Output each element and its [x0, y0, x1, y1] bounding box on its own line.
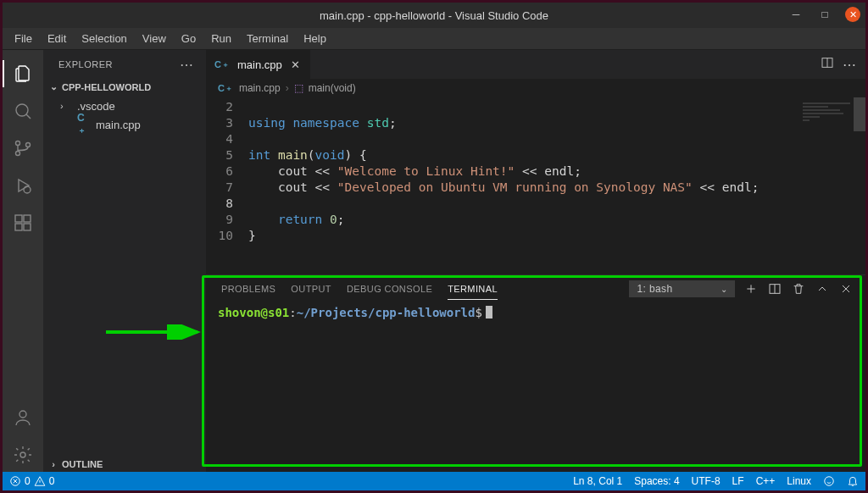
symbol-icon: ⬚	[294, 82, 303, 94]
code-line[interactable]: 7 cout << "Developed on Ubuntu VM runnin…	[206, 180, 798, 196]
activity-search[interactable]	[3, 94, 43, 128]
panel-tab-output[interactable]: OUTPUT	[291, 279, 331, 299]
terminal[interactable]: shovon@s01:~/Projects/cpp-helloworld$	[206, 302, 865, 472]
panel-tab-debug-console[interactable]: DEBUG CONSOLE	[347, 279, 432, 299]
kill-terminal-button[interactable]	[791, 281, 806, 296]
code-line[interactable]: 2	[206, 99, 798, 115]
status-indent[interactable]: Spaces: 4	[634, 475, 679, 487]
terminal-user: shovon@s01	[218, 306, 289, 319]
warning-icon	[34, 475, 46, 487]
svg-point-3	[26, 143, 31, 147]
tree-file-main-cpp[interactable]: C﹢ main.cpp	[50, 115, 206, 134]
chevron-down-icon: ⌄	[48, 81, 58, 92]
activity-account[interactable]	[3, 401, 43, 435]
code-line[interactable]: 3using namespace std;	[206, 115, 798, 131]
status-cursor-position[interactable]: Ln 8, Col 1	[573, 475, 622, 487]
menu-run[interactable]: Run	[204, 30, 238, 47]
editor-area: 23using namespace std;45int main(void) {…	[206, 97, 865, 274]
play-icon	[13, 175, 33, 196]
activity-explorer[interactable]	[3, 57, 43, 91]
code-line[interactable]: 10}	[206, 228, 798, 244]
code-line[interactable]: 4	[206, 131, 798, 147]
project-header[interactable]: ⌄ CPP-HELLOWORLD	[43, 79, 206, 95]
minimap[interactable]	[798, 97, 865, 274]
cpp-file-icon: C﹢	[77, 118, 91, 131]
tab-main-cpp[interactable]: C﹢ main.cpp ✕	[206, 50, 311, 79]
svg-rect-6	[15, 224, 22, 230]
vscode-window: main.cpp - cpp-helloworld - Visual Studi…	[0, 0, 868, 493]
maximize-panel-button[interactable]	[815, 281, 830, 296]
panel-tab-problems[interactable]: PROBLEMS	[221, 279, 275, 299]
menu-go[interactable]: Go	[175, 30, 203, 47]
code-line[interactable]: 9 return 0;	[206, 212, 798, 228]
workbench: EXPLORER ⋯ ⌄ CPP-HELLOWORLD › .vscode C﹢…	[3, 50, 865, 472]
editor-more-icon[interactable]: ⋯	[843, 57, 857, 73]
bell-icon	[847, 475, 859, 487]
svg-point-2	[16, 152, 20, 156]
activity-extensions[interactable]	[3, 206, 43, 240]
panel-actions: 1: bash ⌄	[629, 280, 854, 297]
activity-scm[interactable]	[3, 131, 43, 165]
menu-edit[interactable]: Edit	[41, 30, 73, 47]
sidebar-title: EXPLORER ⋯	[43, 50, 206, 79]
svg-point-10	[20, 452, 25, 457]
menu-file[interactable]: File	[8, 30, 39, 47]
menu-view[interactable]: View	[136, 30, 173, 47]
split-terminal-button[interactable]	[767, 281, 782, 296]
maximize-button[interactable]: □	[816, 6, 833, 23]
window-controls: ─ □ ✕	[787, 6, 860, 23]
svg-point-9	[19, 411, 26, 418]
branch-icon	[13, 138, 33, 158]
svg-point-15	[825, 477, 834, 486]
scrollbar-thumb[interactable]	[854, 97, 865, 131]
close-button[interactable]: ✕	[845, 7, 860, 22]
code-line[interactable]: 8	[206, 196, 798, 212]
split-icon	[821, 56, 834, 69]
split-editor-button[interactable]	[821, 56, 834, 73]
sidebar-title-text: EXPLORER	[58, 59, 113, 69]
explorer-sidebar: EXPLORER ⋯ ⌄ CPP-HELLOWORLD › .vscode C﹢…	[43, 50, 206, 472]
extensions-icon	[13, 213, 33, 233]
code-editor[interactable]: 23using namespace std;45int main(void) {…	[206, 97, 798, 274]
sidebar-more-icon[interactable]: ⋯	[180, 57, 194, 73]
breadcrumb-symbol: main(void)	[309, 82, 356, 94]
window-title: main.cpp - cpp-helloworld - Visual Studi…	[320, 9, 548, 22]
menu-terminal[interactable]: Terminal	[240, 30, 295, 47]
gear-icon	[13, 445, 33, 465]
close-panel-button[interactable]	[838, 281, 854, 296]
menu-selection[interactable]: Selection	[75, 30, 133, 47]
terminal-selector-label: 1: bash	[637, 283, 672, 295]
minimize-button[interactable]: ─	[787, 6, 804, 23]
breadcrumb[interactable]: C﹢ main.cpp › ⬚ main(void)	[206, 79, 865, 97]
menubar: File Edit Selection View Go Run Terminal…	[3, 28, 865, 50]
status-os[interactable]: Linux	[787, 475, 811, 487]
feedback-icon	[823, 475, 835, 487]
menu-help[interactable]: Help	[297, 30, 333, 47]
status-problems[interactable]: 0 0	[9, 475, 54, 487]
status-encoding[interactable]: UTF-8	[692, 475, 721, 487]
trash-icon	[792, 282, 805, 296]
outline-header[interactable]: › OUTLINE	[43, 457, 206, 472]
status-eol[interactable]: LF	[732, 475, 744, 487]
terminal-selector[interactable]: 1: bash ⌄	[629, 280, 735, 297]
search-icon	[13, 101, 33, 121]
tree-folder-vscode[interactable]: › .vscode	[50, 97, 206, 115]
tab-close-icon[interactable]: ✕	[289, 58, 302, 71]
terminal-sep: :	[289, 306, 296, 319]
status-notifications[interactable]	[847, 475, 859, 487]
terminal-path: ~/Projects/cpp-helloworld	[297, 306, 476, 319]
status-errors-count: 0	[25, 475, 31, 487]
activity-run[interactable]	[3, 169, 43, 202]
terminal-dollar: $	[475, 306, 481, 319]
svg-point-4	[24, 186, 31, 193]
svg-rect-5	[15, 215, 22, 222]
code-line[interactable]: 5int main(void) {	[206, 147, 798, 163]
new-terminal-button[interactable]	[743, 281, 759, 296]
svg-point-0	[16, 104, 28, 116]
panel-tab-terminal[interactable]: TERMINAL	[448, 279, 498, 300]
status-language[interactable]: C++	[756, 475, 776, 487]
project-name: CPP-HELLOWORLD	[62, 82, 151, 92]
status-feedback[interactable]	[823, 475, 835, 487]
code-line[interactable]: 6 cout << "Welcome to Linux Hint!" << en…	[206, 163, 798, 180]
activity-settings[interactable]	[3, 438, 43, 472]
